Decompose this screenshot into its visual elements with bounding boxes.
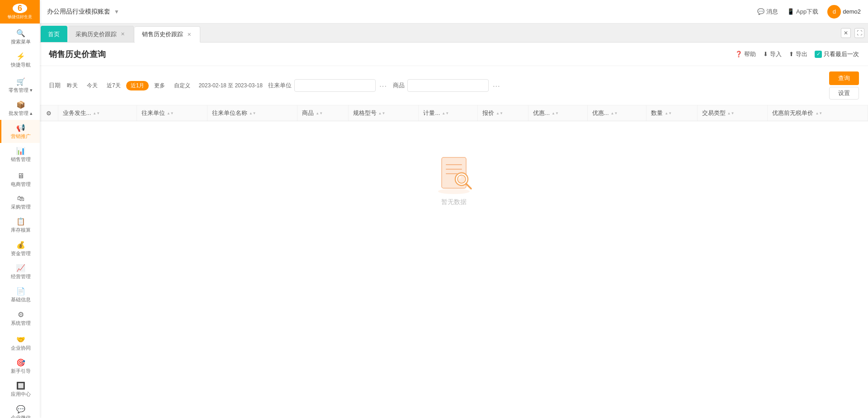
sidebar-item-label: 新手引导 [11, 368, 31, 374]
date-range: 2023-02-18 至 2023-03-18 [198, 82, 262, 90]
data-table: ⚙ 业务发生... ▲▼ 往来单位 ▲▼ [40, 105, 868, 121]
only-last-checkbox[interactable]: ✓ 只看最后一次 [815, 50, 859, 58]
purchase-icon: 🛍 [17, 195, 24, 203]
sort-discount1[interactable]: ▲▼ [552, 111, 559, 115]
sidebar-item-label: 系统管理 [11, 320, 31, 326]
sidebar-item-guide[interactable]: 🎯 新手引导 [0, 355, 40, 378]
sidebar-item-finance[interactable]: 💰 资金管理 [0, 237, 40, 260]
sidebar-item-label: 营销推广 [11, 133, 31, 139]
sidebar-item-quick-nav[interactable]: ⚡ 快捷导航 [0, 48, 40, 71]
workspace-arrow[interactable]: ▼ [114, 9, 119, 15]
th-discount2[interactable]: 优惠... ▲▼ [587, 105, 646, 121]
tab-fullscreen-button[interactable]: ⛶ [854, 28, 864, 38]
sidebar-item-enterprise[interactable]: 🤝 企业协同 [0, 332, 40, 355]
system-icon: ⚙ [18, 310, 24, 319]
partner-input[interactable] [294, 79, 376, 92]
workspace-name: 办公用品行业模拟账套 [47, 8, 110, 16]
th-partner[interactable]: 往来单位 ▲▼ [137, 105, 207, 121]
sidebar-item-retail[interactable]: 🛒 零售管理 ▾ [0, 74, 40, 97]
sort-partner[interactable]: ▲▼ [167, 111, 174, 115]
app-center-icon: 🔲 [16, 381, 25, 390]
sidebar-item-label: 企业协同 [11, 345, 31, 351]
goods-more-button[interactable]: ··· [491, 81, 501, 90]
sidebar-item-operations[interactable]: 📈 经营管理 [0, 260, 40, 283]
date-more[interactable]: 更多 [151, 81, 169, 90]
sidebar-item-wechat[interactable]: 💬 企业微信 [0, 401, 40, 418]
inventory-icon: 📋 [16, 217, 25, 226]
sort-pre-discount[interactable]: ▲▼ [815, 111, 822, 115]
import-button[interactable]: ⬇ 导入 [763, 50, 782, 58]
tab-sales[interactable]: 销售历史价跟踪 ✕ [135, 26, 200, 43]
message-button[interactable]: 💬 消息 [757, 8, 778, 16]
sort-qty[interactable]: ▲▼ [665, 111, 672, 115]
sidebar-item-label: 批发管理 ▴ [9, 110, 33, 116]
page-title-bar: 销售历史价查询 ❓ 帮助 ⬇ 导入 ⬆ 导出 ✓ 只看最后一次 [40, 43, 868, 66]
th-spec[interactable]: 规格型号 ▲▼ [348, 105, 419, 121]
svg-line-8 [466, 184, 471, 189]
tabs-right-buttons: ✕ ⛶ [841, 28, 864, 38]
settings-button[interactable]: 设置 [829, 87, 859, 100]
sort-goods[interactable]: ▲▼ [316, 111, 323, 115]
th-pre-discount-price[interactable]: 优惠前无税单价 ▲▼ [768, 105, 868, 121]
retail-icon: 🛒 [16, 77, 25, 86]
sort-date[interactable]: ▲▼ [93, 111, 100, 115]
sort-unit[interactable]: ▲▼ [442, 111, 449, 115]
checkbox-icon: ✓ [815, 51, 822, 58]
sidebar-item-label: 销售管理 [11, 156, 31, 162]
th-trade-type[interactable]: 交易类型 ▲▼ [697, 105, 768, 121]
date-7days[interactable]: 近7天 [103, 81, 124, 90]
empty-text: 暂无数据 [441, 198, 467, 206]
sidebar-item-ecommerce[interactable]: 🖥 电商管理 [0, 168, 40, 191]
tab-sales-close[interactable]: ✕ [186, 31, 193, 38]
tab-purchase-label: 采购历史价跟踪 [75, 30, 117, 38]
sidebar-item-search[interactable]: 🔍 搜索菜单 [0, 25, 40, 48]
sort-discount2[interactable]: ▲▼ [611, 111, 618, 115]
th-goods[interactable]: 商品 ▲▼ [297, 105, 348, 121]
logo-icon: 6 [13, 4, 27, 13]
partner-more-button[interactable]: ··· [378, 81, 388, 90]
th-partner-name[interactable]: 往来单位名称 ▲▼ [207, 105, 297, 121]
user-area[interactable]: d demo2 [827, 5, 861, 19]
help-button[interactable]: ❓ 帮助 [735, 50, 756, 58]
th-price[interactable]: 报价 ▲▼ [477, 105, 528, 121]
tab-purchase[interactable]: 采购历史价跟踪 ✕ [68, 26, 134, 42]
tab-close-all-button[interactable]: ✕ [841, 28, 851, 38]
sidebar-item-basic-info[interactable]: 📄 基础信息 [0, 283, 40, 306]
query-button[interactable]: 查询 [829, 71, 859, 85]
export-button[interactable]: ⬆ 导出 [789, 50, 807, 58]
avatar: d [827, 5, 841, 19]
tab-purchase-close[interactable]: ✕ [119, 31, 126, 38]
date-custom[interactable]: 自定义 [170, 81, 194, 90]
goods-filter-group: 商品 ··· [393, 79, 501, 92]
sidebar-item-marketing[interactable]: 📢 营销推广 [0, 120, 40, 143]
date-1month[interactable]: 近1月 [126, 81, 149, 90]
empty-state: 暂无数据 [40, 121, 868, 215]
th-qty[interactable]: 数量 ▲▼ [646, 105, 697, 121]
sort-trade-type[interactable]: ▲▼ [727, 111, 735, 115]
sort-partner-name[interactable]: ▲▼ [249, 111, 256, 115]
th-date[interactable]: 业务发生... ▲▼ [58, 105, 137, 121]
sidebar-item-inventory[interactable]: 📋 库存核算 [0, 214, 40, 237]
sidebar-item-purchase-mgmt[interactable]: 🛍 采购管理 [0, 191, 40, 214]
th-discount1[interactable]: 优惠... ▲▼ [528, 105, 587, 121]
th-gear[interactable]: ⚙ [40, 105, 58, 121]
app-download-button[interactable]: 📱 App下载 [787, 8, 818, 16]
date-today[interactable]: 今天 [83, 81, 101, 90]
sort-spec[interactable]: ▲▼ [378, 111, 386, 115]
goods-input[interactable] [407, 79, 489, 92]
sidebar-item-label: 电商管理 [11, 181, 31, 187]
date-yesterday[interactable]: 昨天 [63, 81, 81, 90]
sidebar: 6 畅捷信好生意 🔍 搜索菜单 ⚡ 快捷导航 🛒 零售管理 ▾ 📦 批发管理 ▴… [0, 0, 40, 418]
th-unit[interactable]: 计量... ▲▼ [419, 105, 477, 121]
sort-price[interactable]: ▲▼ [496, 111, 503, 115]
enterprise-icon: 🤝 [16, 335, 25, 344]
sidebar-item-sales-mgmt[interactable]: 📊 销售管理 [0, 143, 40, 166]
tab-home[interactable]: 首页 [41, 26, 67, 42]
sidebar-item-wholesale[interactable]: 📦 批发管理 ▴ [0, 97, 40, 120]
sidebar-item-app-center[interactable]: 🔲 应用中心 [0, 378, 40, 401]
empty-illustration [429, 148, 479, 198]
sidebar-item-system[interactable]: ⚙ 系统管理 [0, 307, 40, 330]
message-label: 消息 [766, 8, 778, 16]
sidebar-item-label: 基础信息 [11, 296, 31, 303]
basic-info-icon: 📄 [16, 287, 25, 295]
